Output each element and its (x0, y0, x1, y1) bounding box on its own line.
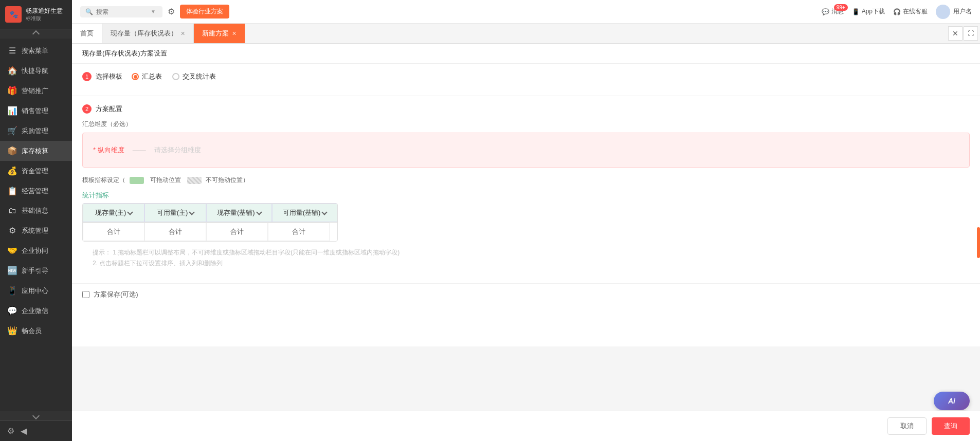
search-input[interactable] (96, 8, 148, 15)
resize-handle[interactable] (977, 227, 980, 258)
col-header-2[interactable]: 可用量(主) (144, 204, 206, 222)
topbar-right: 💬 消息 99+ 📱 App下载 🎧 在线客服 用户名 (822, 5, 972, 19)
cancel-button[interactable]: 取消 (887, 417, 927, 435)
sidebar-item-label: 采购管理 (22, 126, 48, 136)
sidebar-item-sales[interactable]: 📊 销售管理 (0, 101, 72, 121)
stats-table-wrapper: 统计指标 现存量(主) 可用量(主) (82, 191, 970, 243)
sidebar: 🐾 畅康通好生意 标准版 ☰ 搜索菜单 🏠 快捷导航 🎁 营销推广 📊 销售管理… (0, 0, 72, 441)
user-btn[interactable]: 用户名 (936, 5, 972, 19)
topbar-gear-icon[interactable]: ⚙ (168, 7, 175, 16)
sidebar-item-label: 应用中心 (22, 286, 48, 296)
tab-new-plan-close-icon[interactable]: ✕ (232, 30, 237, 37)
sidebar-item-label: 库存核算 (22, 146, 48, 156)
sidebar-item-management[interactable]: 📋 经营管理 (0, 181, 72, 201)
sidebar-item-label: 系统管理 (22, 226, 48, 235)
ai-fab-label: Ai (948, 397, 955, 405)
sidebar-scroll-down[interactable] (0, 411, 72, 420)
basic-info-icon: 🗂 (7, 206, 17, 215)
app-download-btn[interactable]: 📱 App下载 (852, 7, 885, 16)
page-controls: ✕ ⛶ (948, 26, 980, 41)
tab-inventory-status[interactable]: 现存量（库存状况表） ✕ (102, 24, 194, 43)
dimension-dash: —— (133, 146, 146, 154)
tab-inventory-close-icon[interactable]: ✕ (180, 30, 185, 37)
step2-badge: 2 (82, 104, 92, 114)
col-header-4[interactable]: 可用量(基辅) (272, 204, 338, 222)
col4-sort-icon[interactable] (322, 209, 328, 215)
footer-actions: 取消 查询 (72, 411, 980, 441)
quick-nav-icon: 🏠 (7, 66, 17, 76)
ai-fab-button[interactable]: Ai (934, 392, 970, 410)
sidebar-item-cooperation[interactable]: 🤝 企业协同 (0, 241, 72, 261)
aggregation-label: 汇总维度（必选） (82, 120, 970, 128)
tab-home[interactable]: 首页 (72, 24, 102, 43)
logo-icon: 🐾 (5, 6, 22, 23)
industry-btn[interactable]: 体验行业方案 (180, 5, 229, 19)
sidebar-item-purchase[interactable]: 🛒 采购管理 (0, 121, 72, 141)
query-button[interactable]: 查询 (932, 417, 970, 435)
scroll-down-arrow (32, 412, 40, 419)
sidebar-item-member[interactable]: 👑 畅会员 (0, 321, 72, 341)
settings-icon[interactable]: ⚙ (7, 426, 14, 436)
tab-new-plan-label: 新建方案 (202, 29, 229, 38)
new-guide-icon: 🆕 (7, 266, 17, 275)
step1-title-row: 1 选择模板 汇总表 交叉统计表 (82, 72, 970, 81)
avatar (936, 5, 950, 19)
cooperation-icon: 🤝 (7, 246, 17, 255)
sidebar-item-wechat[interactable]: 💬 企业微信 (0, 301, 72, 321)
tab-new-plan[interactable]: 新建方案 ✕ (194, 24, 245, 43)
col2-sort-icon[interactable] (189, 209, 195, 215)
sidebar-item-quick-nav[interactable]: 🏠 快捷导航 (0, 61, 72, 81)
col-header-3[interactable]: 现存量(基辅) (206, 204, 272, 222)
col-header-4-label: 可用量(基辅) (283, 208, 321, 217)
member-icon: 👑 (7, 326, 17, 336)
cell-1-4: 合计 (268, 223, 330, 241)
close-panel-btn[interactable]: ✕ (948, 26, 963, 41)
sidebar-item-basic-info[interactable]: 🗂 基础信息 (0, 201, 72, 220)
sidebar-item-label: 资金管理 (22, 167, 48, 176)
radio-cross-label: 交叉统计表 (183, 72, 216, 81)
messages-badge: 99+ (834, 4, 848, 11)
logo-subtitle: 标准版 (26, 15, 63, 22)
non-draggable-label: 不可拖动位置） (206, 176, 249, 185)
col3-sort-icon[interactable] (256, 209, 262, 215)
system-icon: ⚙ (7, 226, 17, 235)
expand-panel-btn[interactable]: ⛶ (964, 26, 978, 41)
logo-text-group: 畅康通好生意 标准版 (26, 7, 63, 23)
cell-1-2: 合计 (144, 223, 206, 241)
page-header: 现存量(库存状况表)方案设置 (72, 44, 980, 64)
footer-spacer (72, 305, 980, 336)
finance-icon: 💰 (7, 166, 17, 176)
content-area: 现存量(库存状况表)方案设置 1 选择模板 汇总表 交叉统计表 (72, 44, 980, 441)
sidebar-item-label: 基础信息 (22, 206, 48, 215)
col1-sort-icon[interactable] (128, 209, 133, 215)
radio-summary[interactable]: 汇总表 (132, 72, 162, 81)
sales-icon: 📊 (7, 106, 17, 116)
radio-cross[interactable]: 交叉统计表 (172, 72, 216, 81)
logo-name: 畅康通好生意 (26, 7, 63, 15)
sidebar-item-app-center[interactable]: 📱 应用中心 (0, 281, 72, 301)
search-menu-icon: ☰ (7, 46, 17, 56)
sound-icon[interactable]: ◀ (21, 426, 27, 436)
draggable-label: 可拖动位置 (150, 176, 181, 185)
sidebar-scroll-up[interactable] (0, 29, 72, 39)
sidebar-item-system[interactable]: ⚙ 系统管理 (0, 220, 72, 241)
user-name: 用户名 (953, 7, 972, 16)
save-checkbox[interactable] (82, 291, 89, 298)
sidebar-item-inventory[interactable]: 📦 库存核算 (0, 141, 72, 161)
cell-1-1: 合计 (83, 223, 144, 241)
stats-table-title: 统计指标 (82, 191, 970, 200)
sidebar-item-marketing[interactable]: 🎁 营销推广 (0, 81, 72, 101)
col-header-1[interactable]: 现存量(主) (83, 204, 144, 222)
sidebar-item-search-menu[interactable]: ☰ 搜索菜单 (0, 41, 72, 61)
online-service-label: 在线客服 (903, 7, 928, 16)
messages-btn[interactable]: 💬 消息 99+ (822, 7, 844, 16)
sidebar-item-new-guide[interactable]: 🆕 新手引导 (0, 261, 72, 281)
online-service-btn[interactable]: 🎧 在线客服 (893, 7, 928, 16)
save-section: 方案保存(可选) (72, 284, 980, 305)
sidebar-item-label: 快捷导航 (22, 66, 48, 76)
topbar-search-box[interactable]: 🔍 ▼ (80, 6, 162, 17)
sidebar-item-finance[interactable]: 💰 资金管理 (0, 161, 72, 181)
topbar-dropdown-icon[interactable]: ▼ (151, 9, 156, 14)
tab-home-label: 首页 (80, 29, 94, 38)
indicator-settings-text: 模板指标设定（ (82, 176, 125, 185)
